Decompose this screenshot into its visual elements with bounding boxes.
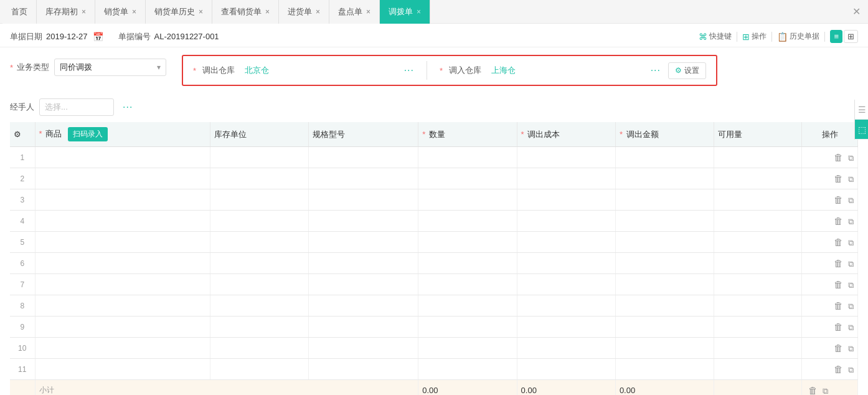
row-amount-2[interactable]: [615, 168, 714, 189]
row-amount-6[interactable]: [615, 253, 714, 274]
row-product-3[interactable]: [35, 189, 210, 211]
row-product-10[interactable]: [35, 338, 210, 359]
row-amount-4[interactable]: [615, 211, 714, 232]
tab-close-stocktake[interactable]: ×: [366, 7, 370, 16]
list-view-button[interactable]: ≡: [830, 30, 842, 43]
subtotal-delete-icon[interactable]: 🗑: [808, 385, 818, 396]
row-cost-3[interactable]: [517, 189, 615, 211]
row-amount-3[interactable]: [615, 189, 714, 211]
tab-close-sales-history[interactable]: ×: [199, 7, 203, 16]
tab-close-transfer[interactable]: ×: [417, 7, 421, 16]
row-amount-10[interactable]: [615, 338, 714, 359]
row-delete-icon-2[interactable]: 🗑: [834, 173, 843, 184]
row-amount-9[interactable]: [615, 316, 714, 338]
row-delete-icon-6[interactable]: 🗑: [834, 258, 843, 269]
row-qty-4[interactable]: [418, 211, 517, 232]
in-wh-more-icon[interactable]: ···: [651, 65, 661, 76]
row-cost-2[interactable]: [517, 168, 615, 189]
tab-home[interactable]: 首页: [2, 0, 37, 24]
row-product-11[interactable]: [35, 359, 210, 380]
row-copy-icon-4[interactable]: ⧉: [848, 217, 854, 226]
row-copy-icon-11[interactable]: ⧉: [848, 365, 854, 374]
row-qty-6[interactable]: [418, 253, 517, 274]
row-qty-10[interactable]: [418, 338, 517, 359]
row-copy-icon-2[interactable]: ⧉: [848, 174, 854, 184]
tab-stocktake[interactable]: 盘点单 ×: [329, 0, 380, 24]
row-amount-7[interactable]: [615, 274, 714, 295]
window-close-button[interactable]: ✕: [845, 0, 868, 24]
row-delete-icon-3[interactable]: 🗑: [834, 194, 843, 205]
row-delete-icon-1[interactable]: 🗑: [834, 152, 843, 163]
calendar-icon[interactable]: 📅: [93, 32, 103, 42]
row-cost-7[interactable]: [517, 274, 615, 295]
row-copy-icon-6[interactable]: ⧉: [848, 259, 854, 269]
row-qty-7[interactable]: [418, 274, 517, 295]
row-copy-icon-7[interactable]: ⧉: [848, 280, 854, 290]
in-wh-value[interactable]: 上海仓: [491, 65, 516, 76]
row-delete-icon-7[interactable]: 🗑: [834, 279, 843, 290]
sidebar-list-icon[interactable]: ☰: [855, 100, 868, 120]
row-amount-8[interactable]: [615, 295, 714, 316]
row-copy-icon-1[interactable]: ⧉: [848, 153, 854, 163]
row-qty-8[interactable]: [418, 295, 517, 316]
out-wh-more-icon[interactable]: ···: [404, 65, 414, 76]
row-product-2[interactable]: [35, 168, 210, 189]
tab-close-sales[interactable]: ×: [132, 7, 136, 16]
grid-view-button[interactable]: ⊞: [844, 30, 858, 43]
row-copy-icon-8[interactable]: ⧉: [848, 302, 854, 311]
row-delete-icon-9[interactable]: 🗑: [834, 321, 843, 332]
row-copy-icon-5[interactable]: ⧉: [848, 238, 854, 247]
row-qty-11[interactable]: [418, 359, 517, 380]
row-product-1[interactable]: [35, 147, 210, 168]
row-delete-icon-11[interactable]: 🗑: [834, 364, 843, 374]
row-qty-3[interactable]: [418, 189, 517, 211]
handler-more-icon[interactable]: ···: [123, 102, 133, 113]
row-delete-icon-8[interactable]: 🗑: [834, 300, 843, 311]
row-cost-6[interactable]: [517, 253, 615, 274]
row-delete-icon-5[interactable]: 🗑: [834, 237, 843, 247]
date-value[interactable]: 2019-12-27: [46, 32, 88, 41]
tab-transfer[interactable]: 调拨单 ×: [380, 0, 430, 24]
tab-purchase[interactable]: 进货单 ×: [279, 0, 329, 24]
row-product-6[interactable]: [35, 253, 210, 274]
sidebar-expand-icon[interactable]: ⬚: [855, 120, 868, 140]
row-copy-icon-10[interactable]: ⧉: [848, 344, 854, 353]
tab-close-inventory[interactable]: ×: [82, 7, 86, 16]
row-copy-icon-3[interactable]: ⧉: [848, 196, 854, 205]
row-qty-2[interactable]: [418, 168, 517, 189]
row-cost-8[interactable]: [517, 295, 615, 316]
shortcut-button[interactable]: ⌘ 快捷键: [699, 31, 732, 42]
th-gear[interactable]: ⚙: [10, 122, 35, 147]
tab-close-view-sales[interactable]: ×: [265, 7, 270, 16]
row-qty-9[interactable]: [418, 316, 517, 338]
tab-sales-history[interactable]: 销货单历史 ×: [146, 0, 212, 24]
handler-select[interactable]: 选择...: [39, 98, 114, 116]
row-product-8[interactable]: [35, 295, 210, 316]
row-amount-1[interactable]: [615, 147, 714, 168]
row-product-5[interactable]: [35, 232, 210, 253]
gear-icon[interactable]: ⚙: [14, 130, 21, 139]
row-delete-icon-10[interactable]: 🗑: [834, 343, 843, 353]
row-qty-1[interactable]: [418, 147, 517, 168]
ops-button[interactable]: ⊞ 操作: [742, 31, 767, 42]
row-cost-11[interactable]: [517, 359, 615, 380]
row-cost-10[interactable]: [517, 338, 615, 359]
row-cost-1[interactable]: [517, 147, 615, 168]
history-button[interactable]: 📋 历史单据: [777, 31, 819, 42]
row-amount-11[interactable]: [615, 359, 714, 380]
tab-inventory-init[interactable]: 库存期初 ×: [37, 0, 95, 24]
scan-button[interactable]: 扫码录入: [68, 127, 108, 141]
row-delete-icon-4[interactable]: 🗑: [834, 216, 843, 226]
biz-type-select[interactable]: 同价调拨 ▾: [54, 59, 166, 76]
tab-view-sales[interactable]: 查看销货单 ×: [212, 0, 279, 24]
subtotal-copy-icon[interactable]: ⧉: [823, 386, 828, 396]
row-product-9[interactable]: [35, 316, 210, 338]
tab-sales-order[interactable]: 销货单 ×: [95, 0, 146, 24]
row-qty-5[interactable]: [418, 232, 517, 253]
row-cost-5[interactable]: [517, 232, 615, 253]
row-amount-5[interactable]: [615, 232, 714, 253]
tab-close-purchase[interactable]: ×: [316, 7, 320, 16]
row-cost-4[interactable]: [517, 211, 615, 232]
row-cost-9[interactable]: [517, 316, 615, 338]
settings-button[interactable]: ⚙ 设置: [668, 62, 706, 79]
